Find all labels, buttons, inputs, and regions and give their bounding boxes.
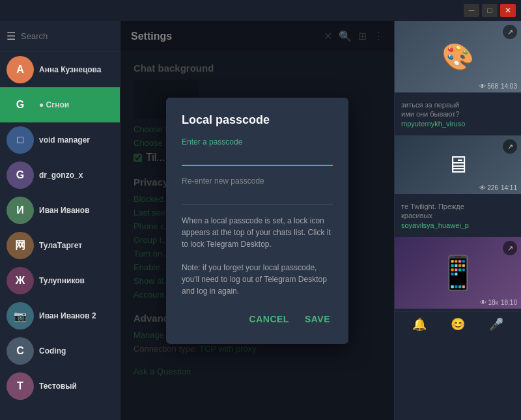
microphone-icon[interactable]: 🎤 — [489, 317, 503, 331]
enter-passcode-label: Enter a passcode — [182, 137, 333, 147]
reenter-passcode-label: Re-enter new passcode — [182, 176, 333, 186]
app-container: ☰ ААнна КузнецоваG● Сгнои□void managerGd… — [0, 21, 521, 420]
local-passcode-modal: Local passcode Enter a passcode Re-enter… — [166, 98, 348, 344]
emoji-icon[interactable]: 😊 — [451, 317, 465, 331]
maximize-button[interactable]: □ — [482, 4, 498, 17]
forward-icon-5[interactable]: ↗ — [503, 241, 517, 255]
cancel-button[interactable]: CANCEL — [247, 310, 292, 328]
modal-description: When a local passcode is set, a lock ico… — [182, 215, 333, 297]
search-input[interactable] — [21, 31, 113, 41]
minimize-button[interactable]: ─ — [464, 4, 479, 17]
close-button[interactable]: ✕ — [500, 4, 516, 17]
media-thumb-1: 🎨 — [395, 21, 521, 92]
modal-title: Local passcode — [182, 113, 333, 127]
chat-item[interactable]: G● Сгнои — [0, 87, 120, 122]
media-views-3: 👁 226 — [479, 184, 498, 191]
chat-item[interactable]: TТестовый — [0, 369, 120, 404]
media-meta-5: 👁 18к 18:10 — [480, 299, 517, 306]
chat-item[interactable]: ИИван Иванов — [0, 193, 120, 228]
titlebar: ─ □ ✕ — [0, 0, 521, 21]
media-views-5: 👁 18к — [480, 299, 498, 306]
forward-icon-3[interactable]: ↗ — [503, 139, 517, 154]
chat-item[interactable]: ЖТулупников — [0, 263, 120, 298]
media-thumb-5: 📱 — [395, 237, 521, 309]
modal-overlay: Local passcode Enter a passcode Re-enter… — [120, 21, 394, 420]
chat-item[interactable]: 📷Иван Иванов 2 — [0, 298, 120, 333]
sidebar-search: ☰ — [0, 21, 120, 52]
main-content: Settings ✕ 🔍 ⊞ ⋮ Chat background Choose … — [120, 21, 394, 420]
media-time-3: 14:11 — [501, 184, 517, 191]
media-item-4: те Twilight. Преждекрасивых soyavilsya_h… — [395, 197, 521, 234]
media-text-4: те Twilight. Преждекрасивых soyavilsya_h… — [395, 197, 521, 234]
media-meta-1: 👁 568 14:03 — [479, 83, 517, 90]
media-meta-3: 👁 226 14:11 — [479, 184, 517, 191]
media-item-1: 🎨 ↗ 👁 568 14:03 — [395, 21, 521, 92]
titlebar-controls: ─ □ ✕ — [464, 4, 516, 17]
reenter-passcode-input[interactable] — [182, 188, 333, 204]
media-time-1: 14:03 — [501, 83, 517, 90]
media-time-5: 18:10 — [501, 299, 517, 306]
forward-icon-1[interactable]: ↗ — [503, 25, 517, 39]
chat-list: ААнна КузнецоваG● Сгнои□void managerGdr_… — [0, 52, 120, 420]
save-button[interactable]: SAVE — [302, 310, 333, 328]
notification-icon[interactable]: 🔔 — [412, 317, 427, 331]
chat-item[interactable]: Gdr_gonzo_x — [0, 158, 120, 193]
chat-item[interactable]: CCoding — [0, 333, 120, 369]
sidebar: ☰ ААнна КузнецоваG● Сгнои□void managerGd… — [0, 21, 120, 420]
modal-actions: CANCEL SAVE — [182, 310, 333, 328]
media-text-2: зиться за первыйими они бывают? mpyutern… — [395, 95, 521, 133]
chat-item[interactable]: □void manager — [0, 122, 120, 158]
media-item-3: 🖥 ↗ 👁 226 14:11 — [395, 135, 521, 194]
hamburger-icon[interactable]: ☰ — [7, 30, 16, 42]
media-item-5: 📱 ↗ 👁 18к 18:10 — [395, 237, 521, 309]
chat-item[interactable]: ААнна Кузнецова — [0, 52, 120, 87]
passcode-input[interactable] — [182, 149, 333, 166]
media-views-1: 👁 568 — [479, 83, 498, 90]
right-panel: 🎨 ↗ 👁 568 14:03 зиться за первыйими они … — [394, 21, 521, 420]
media-item-2: зиться за первыйими они бывают? mpyutern… — [395, 95, 521, 133]
chat-item[interactable]: 网ТулаТаргет — [0, 228, 120, 263]
